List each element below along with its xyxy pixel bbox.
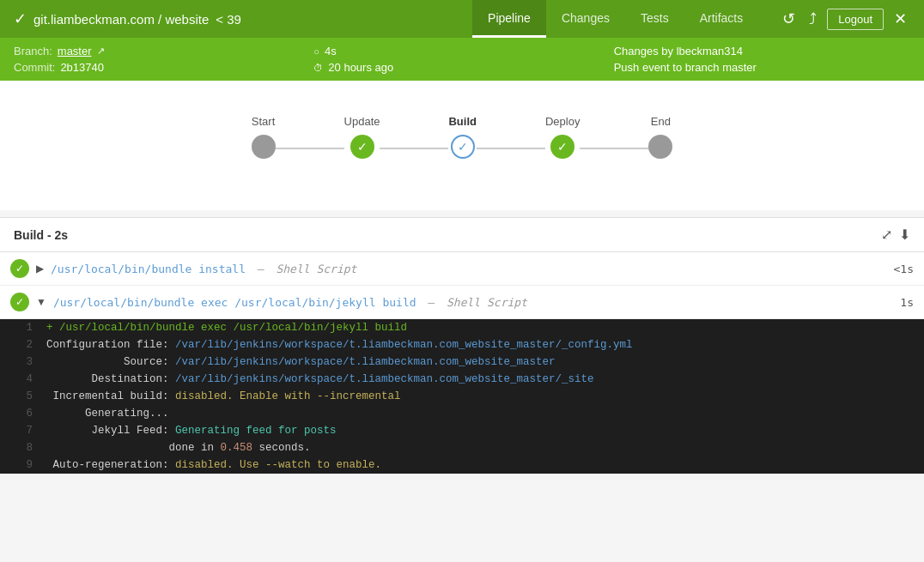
tab-tests[interactable]: Tests <box>625 0 684 38</box>
stage-start: Start <box>252 115 276 159</box>
term-linenum-5: 5 <box>0 388 43 405</box>
stage-end-label: End <box>651 115 671 128</box>
term-linenum-9: 9 <box>0 456 43 474</box>
term-content-5: Incremental build: disabled. Enable with… <box>43 388 924 405</box>
repo-title: git.liambeckman.com / website <box>33 12 209 27</box>
download-log-button[interactable]: ⬇ <box>899 227 910 243</box>
term-linenum-6: 6 <box>0 405 43 422</box>
term-line-8: 8 done in 0.458 seconds. <box>0 439 924 456</box>
open-log-button[interactable]: ⤢ <box>881 227 892 243</box>
pipeline-area: Start Update ✓ Build ✓ Deploy ✓ End <box>0 81 924 210</box>
stage-deploy-circle: ✓ <box>550 135 574 159</box>
tab-artifacts[interactable]: Artifacts <box>684 0 759 38</box>
term-content-2: Configuration file: /var/lib/jenkins/wor… <box>43 336 924 354</box>
term-segment: /var/lib/jenkins/workspace/t.liambeckman… <box>175 373 594 385</box>
commit-label: Commit: <box>14 61 55 74</box>
cmd-1-type: Shell Script <box>276 263 356 275</box>
duration-value: 4s <box>325 45 337 57</box>
cmd-2-separator: — <box>428 296 441 309</box>
term-line-1: 1+ /usr/local/bin/bundle exec /usr/local… <box>0 319 924 336</box>
term-segment: Generating... <box>46 408 169 420</box>
stage-update-label: Update <box>344 115 380 128</box>
commit-row: Commit: 2b13740 <box>14 61 310 74</box>
stage-deploy-label: Deploy <box>545 115 580 128</box>
header: ✓ git.liambeckman.com / website < 39 Pip… <box>0 0 924 38</box>
stage-build-circle: ✓ <box>451 135 475 159</box>
term-line-6: 6 Generating... <box>0 405 924 422</box>
term-content-8: done in 0.458 seconds. <box>43 439 924 456</box>
stage-build-label: Build <box>448 115 477 128</box>
refresh-button[interactable]: ↺ <box>779 6 799 32</box>
time-row: ⏱ 20 hours ago <box>313 61 610 74</box>
stage-deploy: Deploy ✓ <box>545 115 580 159</box>
term-segment: seconds. <box>252 442 311 454</box>
check-icon: ✓ <box>14 9 27 28</box>
term-segment: Jekyll Feed: <box>46 425 175 437</box>
connector-4 <box>580 148 648 149</box>
header-actions: ↺ ⤴ Logout ✕ <box>779 6 910 32</box>
term-segment: Auto-regeneration: <box>46 459 175 471</box>
commit-value: 2b13740 <box>60 61 104 74</box>
stage-start-label: Start <box>252 115 275 128</box>
term-segment: Configuration file: <box>46 339 175 351</box>
cmd-1-expand[interactable]: ▶ <box>36 263 44 275</box>
time-ago: 20 hours ago <box>328 61 393 74</box>
main-nav: Pipeline Changes Tests Artifacts <box>472 0 758 38</box>
term-line-7: 7 Jekyll Feed: Generating feed for posts <box>0 422 924 439</box>
cmd-1-duration: <1s <box>894 263 914 275</box>
term-segment: + /usr/local/bin/bundle exec /usr/local/… <box>46 322 407 334</box>
logout-button[interactable]: Logout <box>827 9 884 30</box>
tab-changes[interactable]: Changes <box>546 0 625 38</box>
log-section: Build - 2s ⤢ ⬇ ✓ ▶ /usr/local/bin/bundle… <box>0 217 924 474</box>
cmd-2-text: /usr/local/bin/bundle exec /usr/local/bi… <box>53 296 893 309</box>
term-line-9: 9 Auto-regeneration: disabled. Use --wat… <box>0 456 924 474</box>
connector-2 <box>380 148 448 149</box>
term-line-3: 3 Source: /var/lib/jenkins/workspace/t.l… <box>0 354 924 371</box>
term-line-2: 2Configuration file: /var/lib/jenkins/wo… <box>0 336 924 354</box>
cmd-1-status: ✓ <box>10 259 29 278</box>
term-segment: Generating feed for posts <box>175 425 337 437</box>
close-button[interactable]: ✕ <box>891 6 910 32</box>
term-content-3: Source: /var/lib/jenkins/workspace/t.lia… <box>43 354 924 371</box>
term-segment: Destination: <box>46 373 175 385</box>
cmd-2-duration: 1s <box>900 296 914 309</box>
term-content-6: Generating... <box>43 405 924 422</box>
info-bar: Branch: master ↗ Commit: 2b13740 ○ 4s ⏱ … <box>0 38 924 81</box>
cmd-2-expand[interactable]: ▼ <box>36 296 46 308</box>
changes-row: Changes by lbeckman314 <box>614 45 910 57</box>
term-segment: 0.458 <box>221 442 253 454</box>
clock-icon: ⏱ <box>313 63 323 73</box>
term-line-5: 5 Incremental build: disabled. Enable wi… <box>0 388 924 405</box>
branch-value[interactable]: master <box>58 45 92 57</box>
log-title: Build - 2s <box>14 228 68 242</box>
term-line-4: 4 Destination: /var/lib/jenkins/workspac… <box>0 371 924 388</box>
changes-text: Changes by lbeckman314 <box>614 45 743 57</box>
cmd-2-status: ✓ <box>10 293 29 311</box>
cmd-2-type: Shell Script <box>447 296 527 309</box>
term-segment: disabled. Enable with --incremental <box>175 390 401 402</box>
term-linenum-8: 8 <box>0 439 43 456</box>
cmd-1-path: /usr/local/bin/bundle install <box>51 263 246 275</box>
stage-update: Update ✓ <box>344 115 380 159</box>
term-linenum-4: 4 <box>0 371 43 388</box>
term-segment: /var/lib/jenkins/workspace/t.liambeckman… <box>175 356 556 368</box>
duration-row: ○ 4s <box>313 45 610 57</box>
push-event-row: Push event to branch master <box>614 61 910 74</box>
build-number: < 39 <box>216 12 241 27</box>
stage-start-circle <box>252 135 276 159</box>
terminal-output: 1+ /usr/local/bin/bundle exec /usr/local… <box>0 319 924 474</box>
log-actions: ⤢ ⬇ <box>881 227 910 243</box>
term-linenum-3: 3 <box>0 354 43 371</box>
term-linenum-7: 7 <box>0 422 43 439</box>
branch-label: Branch: <box>14 45 52 57</box>
term-content-1: + /usr/local/bin/bundle exec /usr/local/… <box>43 319 924 336</box>
export-button[interactable]: ⤴ <box>805 7 820 32</box>
stage-end: End <box>648 115 672 159</box>
term-segment: done in <box>46 442 221 454</box>
command-row-2: ✓ ▼ /usr/local/bin/bundle exec /usr/loca… <box>0 286 924 319</box>
tab-pipeline[interactable]: Pipeline <box>472 0 546 38</box>
command-row-1: ✓ ▶ /usr/local/bin/bundle install — Shel… <box>0 252 924 286</box>
term-linenum-2: 2 <box>0 336 43 354</box>
term-content-4: Destination: /var/lib/jenkins/workspace/… <box>43 371 924 388</box>
term-segment: Source: <box>46 356 175 368</box>
